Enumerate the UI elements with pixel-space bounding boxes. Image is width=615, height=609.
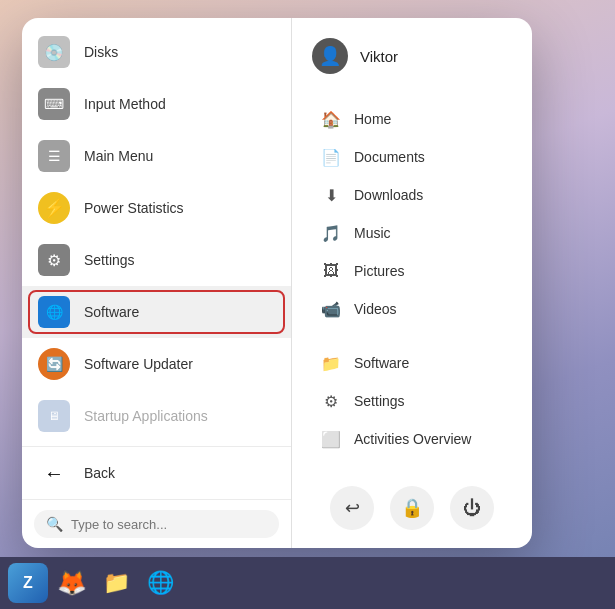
username: Viktor — [360, 48, 398, 65]
software-updater-icon: 🔄 — [38, 348, 70, 380]
lock-button[interactable]: 🔒 — [390, 486, 434, 530]
videos-icon: 📹 — [320, 298, 342, 320]
settings-right-icon: ⚙ — [320, 390, 342, 412]
power-statistics-icon: ⚡ — [38, 192, 70, 224]
disks-label: Disks — [84, 44, 118, 60]
home-label: Home — [354, 111, 391, 127]
menu-item-software-updater[interactable]: 🔄Software Updater — [22, 338, 291, 390]
software-right-icon: 📁 — [320, 352, 342, 374]
right-item-downloads[interactable]: ⬇Downloads — [300, 176, 524, 214]
right-app-software[interactable]: 📁Software — [300, 344, 524, 382]
input-method-label: Input Method — [84, 96, 166, 112]
taskbar-zorin[interactable]: Z — [8, 563, 48, 603]
menu-item-settings[interactable]: ⚙Settings — [22, 234, 291, 286]
places-list: 🏠Home📄Documents⬇Downloads🎵Music🖼Pictures… — [292, 100, 532, 328]
search-bar: 🔍 — [22, 499, 291, 548]
right-item-music[interactable]: 🎵Music — [300, 214, 524, 252]
back-button[interactable]: ← Back — [22, 446, 291, 499]
pictures-icon: 🖼 — [320, 260, 342, 282]
taskbar-firefox[interactable]: 🦊 — [52, 563, 92, 603]
apps-list: 📁Software⚙Settings⬜Activities Overview — [292, 344, 532, 458]
pictures-label: Pictures — [354, 263, 405, 279]
taskbar-files[interactable]: 📁 — [96, 563, 136, 603]
settings-label: Settings — [84, 252, 135, 268]
search-input[interactable] — [71, 517, 267, 532]
taskbar: Z 🦊 📁 🌐 — [0, 557, 615, 609]
menu-item-disks[interactable]: 💿Disks — [22, 26, 291, 78]
menu-items-list: 💿Disks⌨Input Method☰Main Menu⚡Power Stat… — [22, 18, 291, 446]
menu-item-main-menu[interactable]: ☰Main Menu — [22, 130, 291, 182]
software-icon: 🌐 — [38, 296, 70, 328]
user-section: 👤 Viktor — [292, 34, 532, 84]
software-label: Software — [84, 304, 139, 320]
main-menu-label: Main Menu — [84, 148, 153, 164]
search-icon: 🔍 — [46, 516, 63, 532]
menu-item-input-method[interactable]: ⌨Input Method — [22, 78, 291, 130]
settings-right-label: Settings — [354, 393, 405, 409]
music-icon: 🎵 — [320, 222, 342, 244]
right-panel: 👤 Viktor 🏠Home📄Documents⬇Downloads🎵Music… — [292, 18, 532, 548]
back-label: Back — [84, 465, 115, 481]
startup-applications-label: Startup Applications — [84, 408, 208, 424]
menu-item-power-statistics[interactable]: ⚡Power Statistics — [22, 182, 291, 234]
logout-button[interactable]: ↩ — [330, 486, 374, 530]
software-updater-label: Software Updater — [84, 356, 193, 372]
search-wrap: 🔍 — [34, 510, 279, 538]
right-item-home[interactable]: 🏠Home — [300, 100, 524, 138]
activities-right-icon: ⬜ — [320, 428, 342, 450]
back-icon: ← — [38, 457, 70, 489]
music-label: Music — [354, 225, 391, 241]
power-statistics-label: Power Statistics — [84, 200, 184, 216]
right-app-activities[interactable]: ⬜Activities Overview — [300, 420, 524, 458]
menu-item-startup-applications: 🖥Startup Applications — [22, 390, 291, 442]
documents-label: Documents — [354, 149, 425, 165]
videos-label: Videos — [354, 301, 397, 317]
taskbar-software[interactable]: 🌐 — [140, 563, 180, 603]
software-right-label: Software — [354, 355, 409, 371]
main-menu-icon: ☰ — [38, 140, 70, 172]
input-method-icon: ⌨ — [38, 88, 70, 120]
menu-item-software[interactable]: 🌐Software — [22, 286, 291, 338]
right-item-videos[interactable]: 📹Videos — [300, 290, 524, 328]
desktop: 💿Disks⌨Input Method☰Main Menu⚡Power Stat… — [0, 0, 615, 609]
action-buttons: ↩🔒⏻ — [292, 474, 532, 534]
avatar-icon: 👤 — [319, 45, 341, 67]
documents-icon: 📄 — [320, 146, 342, 168]
right-item-documents[interactable]: 📄Documents — [300, 138, 524, 176]
home-icon: 🏠 — [320, 108, 342, 130]
right-item-pictures[interactable]: 🖼Pictures — [300, 252, 524, 290]
activities-right-label: Activities Overview — [354, 431, 471, 447]
avatar: 👤 — [312, 38, 348, 74]
right-app-settings[interactable]: ⚙Settings — [300, 382, 524, 420]
downloads-label: Downloads — [354, 187, 423, 203]
menu-panel: 💿Disks⌨Input Method☰Main Menu⚡Power Stat… — [22, 18, 532, 548]
startup-applications-icon: 🖥 — [38, 400, 70, 432]
left-panel: 💿Disks⌨Input Method☰Main Menu⚡Power Stat… — [22, 18, 292, 548]
settings-icon: ⚙ — [38, 244, 70, 276]
downloads-icon: ⬇ — [320, 184, 342, 206]
disks-icon: 💿 — [38, 36, 70, 68]
power-button[interactable]: ⏻ — [450, 486, 494, 530]
